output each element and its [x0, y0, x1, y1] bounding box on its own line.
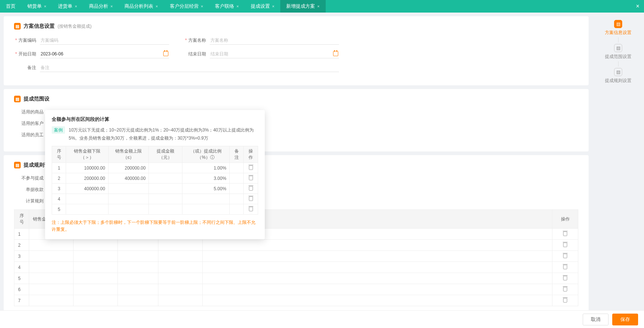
- tab-进货单[interactable]: 进货单×: [52, 0, 83, 13]
- cell-seq: 4: [14, 262, 29, 273]
- tab-首页[interactable]: 首页: [0, 0, 21, 13]
- trash-icon[interactable]: [249, 175, 253, 180]
- cancel-button[interactable]: 取消: [583, 314, 609, 325]
- cell-percent[interactable]: [158, 284, 203, 295]
- cell-upper[interactable]: [73, 240, 118, 251]
- anchor-item[interactable]: ▤提成规则设置: [605, 68, 631, 84]
- cell-amount[interactable]: [118, 273, 158, 284]
- cell-remark[interactable]: [203, 262, 552, 273]
- pop-cell-remark: [229, 194, 243, 204]
- pop-cell-op: [244, 163, 258, 173]
- tab-label: 首页: [6, 3, 16, 10]
- table-row: 2: [14, 240, 578, 251]
- label-staff: 适用的员工: [14, 132, 44, 138]
- cell-percent[interactable]: [158, 240, 203, 251]
- trash-icon[interactable]: [563, 297, 568, 303]
- cell-remark[interactable]: [203, 273, 552, 284]
- cell-lower[interactable]: [29, 284, 73, 295]
- cell-percent[interactable]: [158, 262, 203, 273]
- anchor-icon: ▤: [614, 20, 622, 28]
- cell-remark[interactable]: [203, 295, 552, 306]
- close-icon[interactable]: ×: [272, 4, 274, 8]
- pop-cell-lower: 400000.00: [66, 184, 108, 194]
- cell-upper[interactable]: [73, 295, 118, 306]
- close-all-tabs-button[interactable]: ×: [631, 0, 644, 13]
- pop-cell-lower: [66, 194, 108, 204]
- start-date-input[interactable]: [40, 50, 169, 58]
- cell-amount[interactable]: [118, 251, 158, 262]
- pop-cell-seq: 3: [52, 184, 66, 194]
- tab-商品分析[interactable]: 商品分析×: [83, 0, 119, 13]
- trash-icon[interactable]: [249, 165, 253, 170]
- pop-th-remark: 备注: [229, 146, 243, 163]
- cell-lower[interactable]: [29, 273, 73, 284]
- trash-icon[interactable]: [249, 185, 253, 191]
- cell-amount[interactable]: [118, 295, 158, 306]
- close-icon[interactable]: ×: [110, 4, 113, 8]
- cell-upper[interactable]: [73, 284, 118, 295]
- trash-icon[interactable]: [563, 286, 568, 291]
- close-icon[interactable]: ×: [44, 4, 46, 8]
- anchor-item[interactable]: ▤方案信息设置: [605, 20, 631, 36]
- close-icon[interactable]: ×: [236, 4, 239, 8]
- cell-lower[interactable]: [29, 295, 73, 306]
- tab-提成设置[interactable]: 提成设置×: [245, 0, 280, 13]
- scheme-code-input[interactable]: [40, 36, 169, 45]
- tab-label: 新增提成方案: [286, 3, 315, 10]
- cell-percent[interactable]: [158, 295, 203, 306]
- calendar-icon[interactable]: [163, 51, 168, 56]
- close-icon[interactable]: ×: [75, 4, 77, 8]
- footer-bar: 取消 保存: [0, 310, 644, 328]
- trash-icon[interactable]: [249, 206, 253, 211]
- save-button[interactable]: 保存: [612, 314, 638, 325]
- pop-cell-seq: 4: [52, 194, 66, 204]
- tab-新增提成方案[interactable]: 新增提成方案×: [280, 0, 325, 13]
- close-icon[interactable]: ×: [317, 4, 319, 8]
- calc-rule-popover: 全额参与所在区间段的计算 案例 10万元以下无提成；10~20万元提成比例为1%…: [45, 110, 265, 239]
- cell-lower[interactable]: [29, 251, 73, 262]
- cell-remark[interactable]: [203, 284, 552, 295]
- table-row: 5: [14, 273, 578, 284]
- trash-icon[interactable]: [563, 231, 568, 236]
- end-date-input[interactable]: [210, 50, 339, 58]
- pop-cell-amount: [149, 184, 182, 194]
- pop-cell-amount: [149, 173, 182, 184]
- cell-amount[interactable]: [118, 240, 158, 251]
- cell-remark[interactable]: [203, 240, 552, 251]
- panel-title-text: 方案信息设置: [24, 23, 55, 30]
- pop-cell-op: [244, 204, 258, 215]
- cell-upper[interactable]: [73, 251, 118, 262]
- cell-upper[interactable]: [73, 273, 118, 284]
- label-scheme-name: 方案名称: [184, 37, 206, 44]
- cell-seq: 1: [14, 229, 29, 240]
- trash-icon[interactable]: [563, 253, 568, 258]
- close-icon[interactable]: ×: [155, 4, 158, 8]
- calendar-icon[interactable]: [333, 51, 338, 56]
- cell-percent[interactable]: [158, 273, 203, 284]
- trash-icon[interactable]: [249, 196, 253, 201]
- cell-lower[interactable]: [29, 240, 73, 251]
- trash-icon[interactable]: [563, 264, 568, 269]
- close-icon[interactable]: ×: [201, 4, 203, 8]
- cell-lower[interactable]: [29, 262, 73, 273]
- cell-percent[interactable]: [158, 251, 203, 262]
- tab-商品分析列表[interactable]: 商品分析列表×: [119, 0, 164, 13]
- tab-客户分层经营[interactable]: 客户分层经营×: [164, 0, 209, 13]
- tab-销货单[interactable]: 销货单×: [21, 0, 52, 13]
- cell-amount[interactable]: [118, 284, 158, 295]
- cell-amount[interactable]: [118, 262, 158, 273]
- cell-seq: 3: [14, 251, 29, 262]
- remark-input[interactable]: [40, 64, 339, 72]
- tabs-bar: 首页销货单×进货单×商品分析×商品分析列表×客户分层经营×客户联络×提成设置×新…: [0, 0, 644, 13]
- tab-客户联络[interactable]: 客户联络×: [209, 0, 244, 13]
- trash-icon[interactable]: [563, 275, 568, 280]
- anchor-item[interactable]: ▤提成范围设置: [605, 44, 631, 60]
- trash-icon[interactable]: [563, 242, 568, 247]
- example-tag: 案例: [52, 126, 65, 134]
- cell-remark[interactable]: [203, 251, 552, 262]
- cell-upper[interactable]: [73, 262, 118, 273]
- info-icon[interactable]: ⓘ: [210, 155, 215, 160]
- tab-label: 商品分析: [89, 3, 108, 10]
- scheme-name-input[interactable]: [210, 36, 339, 45]
- pop-cell-upper: [108, 194, 149, 204]
